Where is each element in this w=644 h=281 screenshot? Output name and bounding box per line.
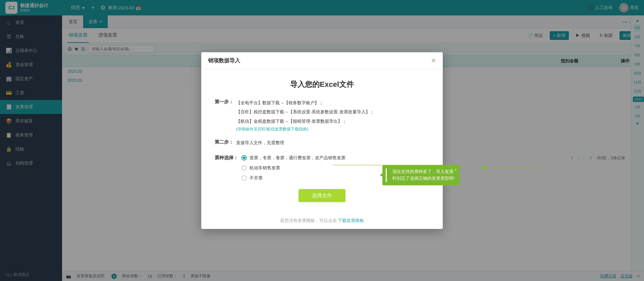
radio-motor-indicator bbox=[241, 165, 247, 170]
tooltip-text: 现在支持的票种多了，导入发票时别忘了选择正确的发票类型呀! bbox=[392, 168, 455, 182]
step2-section: 第二步： 直接导入文件，无需整理 bbox=[215, 139, 429, 148]
radio-no-invoice-indicator bbox=[241, 175, 247, 180]
radio-motor[interactable]: 机动车销售发票 bbox=[241, 165, 345, 171]
tooltip-dot bbox=[482, 166, 486, 170]
step1-line-1: 【全电平台】数据下载→【税务数字账户】； bbox=[236, 99, 374, 107]
modal-footer: 若您没有发票模板，可以点击 下载发票模板 bbox=[201, 212, 443, 229]
step1-line-2: 【百旺】税控盘数据下载→【系统设置-系统参数设置-发票批量导入】； bbox=[236, 108, 374, 116]
modal-main-title: 导入您的Excel文件 bbox=[215, 79, 429, 90]
tooltip-accent-bar bbox=[386, 168, 387, 182]
modal-body: 导入您的Excel文件 第一步： 【全电平台】数据下载→【税务数字账户】； 【百… bbox=[201, 69, 443, 212]
radio-section: 票种选择： 普票，专票，卷票，通行费发票，农产品销售发票 机动车销售发票 bbox=[215, 155, 429, 181]
tooltip-line-h bbox=[333, 165, 382, 165]
tooltip-box: × 现在支持的票种多了，导入发票时别忘了选择正确的发票类型呀! bbox=[382, 165, 460, 185]
footer-text: 若您没有发票模板，可以点击 bbox=[280, 218, 337, 223]
step1-link[interactable]: (详细操作见百旺/航信发票数据下载指南) bbox=[236, 126, 374, 132]
tooltip-close-button[interactable]: × bbox=[454, 167, 457, 173]
radio-general[interactable]: 普票，专票，卷票，通行费发票，农产品销售发票 bbox=[241, 155, 345, 161]
radio-general-label: 普票，专票，卷票，通行费发票，农产品销售发票 bbox=[250, 155, 345, 161]
step1-section: 第一步： 【全电平台】数据下载→【税务数字账户】； 【百旺】税控盘数据下载→【系… bbox=[215, 99, 429, 132]
modal-close-button[interactable]: ✕ bbox=[431, 57, 436, 64]
select-file-button[interactable]: 选择文件 bbox=[299, 189, 345, 202]
radio-group: 普票，专票，卷票，通行费发票，农产品销售发票 机动车销售发票 不开票 bbox=[241, 155, 345, 181]
step2-label: 第二步： bbox=[215, 139, 233, 145]
import-modal: 销项数据导入 ✕ 导入您的Excel文件 第一步： 【全电平台】数据下载→【税务… bbox=[201, 52, 443, 229]
tooltip-line bbox=[486, 168, 540, 168]
radio-no-invoice-label: 不开票 bbox=[250, 175, 263, 181]
step1-line-3: 【航信】金税盘数据下载→【报税管理-发票数据导出】； bbox=[236, 117, 374, 125]
modal-header: 销项数据导入 ✕ bbox=[201, 52, 443, 69]
radio-motor-label: 机动车销售发票 bbox=[250, 165, 280, 171]
radio-label: 票种选择： bbox=[215, 155, 239, 161]
step1-label: 第一步： bbox=[215, 99, 233, 105]
step2-text: 直接导入文件，无需整理 bbox=[236, 139, 284, 147]
download-template-link[interactable]: 下载发票模板 bbox=[338, 218, 364, 223]
step1-content: 【全电平台】数据下载→【税务数字账户】； 【百旺】税控盘数据下载→【系统设置-系… bbox=[236, 99, 374, 132]
radio-no-invoice[interactable]: 不开票 bbox=[241, 175, 345, 181]
modal-title: 销项数据导入 bbox=[208, 57, 240, 64]
guide-link[interactable]: (详细操作见百旺/航信发票数据下载指南) bbox=[236, 127, 308, 131]
radio-general-indicator bbox=[241, 155, 247, 160]
